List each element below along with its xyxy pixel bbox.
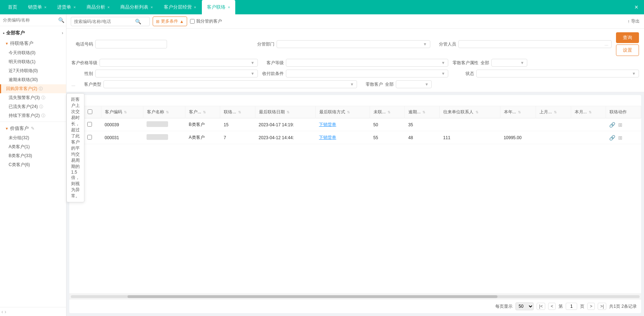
sidebar-item-ungroup[interactable]: 未分组(32) — [0, 133, 66, 142]
row1-this-year — [500, 118, 536, 131]
sidebar-item-a-class[interactable]: A类客户(1) — [0, 142, 66, 151]
row1-last-method[interactable]: 下销货单 — [315, 118, 370, 131]
sort-uncontacted-icon[interactable]: ⇅ — [388, 110, 390, 114]
nav-tab-customer-segment[interactable]: 客户分层经营 × — [159, 0, 201, 14]
sidebar-bottom: ‹ › — [0, 307, 66, 316]
sort-name-icon[interactable]: ⇅ — [166, 110, 169, 114]
close-product-analysis-tab-icon[interactable]: × — [107, 5, 110, 9]
window-close-button[interactable]: × — [631, 4, 641, 11]
row2-last-method[interactable]: 下销货单 — [315, 131, 370, 144]
next-page-button[interactable]: > — [587, 303, 595, 310]
scrollbar-track — [71, 295, 640, 298]
row2-select-checkbox[interactable] — [87, 135, 92, 140]
last-page-button[interactable]: >| — [598, 303, 606, 310]
filter-search-input[interactable] — [74, 19, 135, 24]
filter-customer-type-select[interactable]: ▼ — [103, 80, 357, 88]
nav-tab-product-analysis-list[interactable]: 商品分析列表 × — [115, 0, 158, 14]
table-scroll-container[interactable]: 客户编码 ⇅ 客户名称 ⇅ 客户... ⇅ — [69, 106, 641, 293]
sidebar-search-icon[interactable]: 🔍 — [58, 17, 64, 23]
sort-lastdate-icon[interactable]: ⇅ — [287, 110, 289, 114]
sidebar-search-input[interactable] — [3, 18, 57, 23]
sort-type-icon[interactable]: ⇅ — [203, 110, 206, 114]
table-header-row: 客户编码 ⇅ 客户名称 ⇅ 客户... ⇅ — [69, 106, 641, 118]
close-product-analysis-list-tab-icon[interactable]: × — [150, 5, 153, 9]
sort-contact-icon[interactable]: ⇅ — [238, 110, 241, 114]
row1-select-checkbox[interactable] — [87, 122, 92, 127]
page-number-input[interactable] — [566, 303, 577, 310]
sidebar-item-today[interactable]: 今天待联络(0) — [0, 48, 66, 57]
row2-uncontacted: 55 — [370, 131, 404, 144]
scrollbar-thumb[interactable] — [128, 295, 497, 298]
filter-more-conditions[interactable]: ⊞ 更多条件 ▲ — [153, 16, 187, 26]
first-page-button[interactable]: |< — [537, 303, 545, 310]
filter-payment-select[interactable]: ▼ — [286, 70, 449, 77]
filter-dept-select[interactable]: ▼ — [277, 40, 430, 48]
close-purchase-tab-icon[interactable]: × — [73, 5, 75, 9]
filter-gender-select[interactable]: ▼ — [95, 70, 258, 77]
filter-retail-attr-select[interactable]: ▼ — [491, 59, 527, 67]
export-button[interactable]: ↑ 导出 — [627, 18, 640, 24]
close-customer-contact-tab-icon[interactable]: × — [228, 5, 230, 9]
per-page-select[interactable]: 50 20 100 — [515, 302, 534, 310]
sidebar-all-customers[interactable]: ▪ 全部客户 › — [0, 28, 66, 38]
filter-status-select[interactable]: ▼ — [476, 70, 639, 77]
nav-tab-product-analysis[interactable]: 商品分析 × — [82, 0, 115, 14]
row2-link-icon[interactable]: 🔗 — [609, 135, 615, 141]
row2-actions: 🔗 ⊞ — [606, 131, 641, 144]
filter-manager-select[interactable]: … — [458, 40, 612, 48]
nav-tab-sales[interactable]: 销货单 × — [23, 0, 51, 14]
sort-lastmonth-icon[interactable]: ⇅ — [554, 110, 557, 114]
settings-button[interactable]: 设置 — [616, 44, 639, 56]
sort-thismonth-icon[interactable]: ⇅ — [589, 110, 592, 114]
nav-tab-home[interactable]: 首页 — [3, 0, 22, 14]
query-button[interactable]: 查询 — [616, 32, 639, 43]
sidebar-value-customers[interactable]: ▼ 价值客户 ✎ — [0, 123, 66, 133]
nav-tab-customer-contact[interactable]: 客户联络 × — [202, 0, 235, 14]
sidebar-item-b-class[interactable]: B类客户(33) — [0, 151, 66, 160]
status-arrow-icon: ▼ — [632, 71, 636, 76]
sidebar-bottom-right-arrow[interactable]: › — [5, 309, 6, 315]
sidebar-item-lost-warning[interactable]: 流失预警客户(3) ⓘ — [0, 93, 66, 102]
sidebar-item-c-class[interactable]: C类客户(6) — [0, 160, 66, 169]
sidebar-item-lost[interactable]: 已流失客户(24) ⓘ — [0, 102, 66, 111]
select-all-checkbox[interactable] — [88, 109, 92, 114]
sort-code-icon[interactable]: ⇅ — [124, 110, 127, 114]
filter-price-level-select[interactable]: ▼ — [99, 59, 258, 67]
close-sales-tab-icon[interactable]: × — [44, 5, 46, 9]
prev-page-button[interactable]: < — [548, 303, 556, 310]
sidebar-item-overdue[interactable]: 逾期未联络(30) — [0, 75, 66, 84]
nav-tab-purchase[interactable]: 进货单 × — [52, 0, 80, 14]
filter-phone-input[interactable] — [95, 40, 167, 48]
filter-customer-level-select[interactable]: ▼ — [286, 59, 449, 67]
sidebar-collapse-icon[interactable]: › — [62, 30, 63, 36]
filter-icon: ⊞ — [156, 19, 159, 24]
filter-retail-customer-select[interactable]: ▼ — [396, 80, 432, 88]
sidebar-search-area: 🔍 — [0, 14, 66, 26]
close-customer-segment-tab-icon[interactable]: × — [194, 5, 196, 9]
sidebar-pending-contact[interactable]: ▼ 待联络客户 — [0, 38, 66, 48]
filter-row-2: 客户价格等级 ▼ 客户等级 ▼ 零散客户属性 全部 ▼ — [71, 59, 639, 67]
sort-thisyear-icon[interactable]: ⇅ — [518, 110, 521, 114]
sidebar-bottom-left-arrow[interactable]: ‹ — [1, 309, 3, 315]
value-customers-edit-icon[interactable]: ✎ — [31, 126, 34, 131]
my-customers-checkbox[interactable] — [190, 19, 195, 24]
sidebar-item-7days[interactable]: 近7天待联络(0) — [0, 66, 66, 75]
filter-search-icon[interactable]: 🔍 — [135, 19, 141, 24]
filter-dots[interactable]: ... — [71, 82, 75, 87]
sort-contacts-icon[interactable]: ⇅ — [476, 110, 478, 114]
sort-overdue-icon[interactable]: ⇅ — [422, 110, 425, 114]
sidebar-pending-tri-icon: ▼ — [5, 42, 9, 46]
sidebar-item-tomorrow[interactable]: 明天待联络(1) — [0, 57, 66, 66]
filter-field-dept: 分管部门 ▼ — [253, 40, 430, 48]
row1-grid-icon[interactable]: ⊞ — [618, 122, 622, 128]
sidebar-item-abnormal[interactable]: 回购异常客户(2) ⓘ — [0, 84, 66, 93]
filter-bar: 🔍 ⊞ 更多条件 ▲ 我分管的客户 ↑ 导出 — [66, 14, 644, 29]
row1-contacts — [440, 118, 500, 131]
sidebar-item-declining[interactable]: 持续下滑客户(2) ⓘ — [0, 111, 66, 120]
row1-link-icon[interactable]: 🔗 — [609, 122, 615, 128]
filter-field-customer-type: 客户类型 ▼ — [80, 80, 357, 88]
horizontal-scrollbar[interactable] — [69, 293, 641, 299]
row1-overdue: 35 — [405, 118, 440, 131]
row2-grid-icon[interactable]: ⊞ — [618, 135, 622, 141]
sort-lastmethod-icon[interactable]: ⇅ — [347, 110, 350, 114]
